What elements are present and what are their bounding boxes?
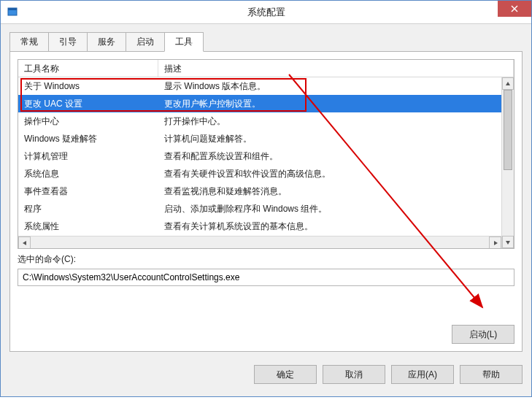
list-item-name: 操作中心	[24, 115, 164, 128]
vscroll-track[interactable]	[502, 90, 514, 236]
list-item-desc: 打开操作中心。	[164, 115, 514, 128]
col-description[interactable]: 描述	[158, 60, 514, 77]
list-item[interactable]: 系统信息查看有关硬件设置和软件设置的高级信息。	[18, 165, 514, 182]
list-item[interactable]: 程序启动、添加或删除程序和 Windows 组件。	[18, 200, 514, 218]
list-header: 工具名称 描述	[18, 60, 514, 77]
scroll-down-icon[interactable]	[502, 236, 514, 248]
list-item-desc: 查看和配置系统设置和组件。	[164, 150, 514, 163]
list-item-name: 系统信息	[24, 168, 164, 180]
window-title: 系统配置	[1, 6, 531, 19]
tab-strip: 常规 引导 服务 启动 工具	[1, 24, 531, 51]
list-item-name: 系统属性	[24, 220, 164, 233]
list-item[interactable]: 关于 Windows显示 Windows 版本信息。	[18, 77, 514, 95]
col-tool-name[interactable]: 工具名称	[18, 60, 158, 77]
tab-general[interactable]: 常规	[9, 32, 49, 52]
list-item[interactable]: 更改 UAC 设置更改用户帐户控制设置。	[18, 95, 514, 112]
launch-button[interactable]: 启动(L)	[452, 325, 514, 344]
ok-button[interactable]: 确定	[254, 365, 317, 384]
list-body: 关于 Windows显示 Windows 版本信息。更改 UAC 设置更改用户帐…	[18, 77, 514, 235]
vertical-scrollbar[interactable]	[501, 77, 514, 248]
titlebar: 系统配置	[1, 1, 531, 24]
horizontal-scrollbar[interactable]	[18, 236, 501, 248]
tab-services[interactable]: 服务	[87, 32, 126, 52]
svg-marker-7	[494, 241, 498, 245]
list-item-desc: 查看监视消息和疑难解答消息。	[164, 185, 514, 198]
tab-tools[interactable]: 工具	[164, 32, 204, 52]
tab-panel-tools: 工具名称 描述 关于 Windows显示 Windows 版本信息。更改 UAC…	[9, 51, 523, 352]
list-item-name: 程序	[24, 203, 164, 215]
vscroll-thumb[interactable]	[504, 90, 512, 170]
selected-command-label: 选中的命令(C):	[18, 253, 514, 266]
scroll-up-icon[interactable]	[502, 77, 514, 90]
list-item[interactable]: 系统属性查看有关计算机系统设置的基本信息。	[18, 218, 514, 235]
list-item-name: 事件查看器	[24, 185, 164, 198]
tab-startup[interactable]: 启动	[126, 32, 165, 52]
list-item-desc: 查看有关计算机系统设置的基本信息。	[164, 220, 514, 233]
svg-marker-5	[506, 241, 510, 245]
close-button[interactable]	[498, 1, 531, 17]
tab-boot[interactable]: 引导	[48, 32, 88, 52]
help-button[interactable]: 帮助	[460, 365, 523, 384]
list-item-name: 更改 UAC 设置	[24, 98, 164, 110]
list-item[interactable]: Windows 疑难解答计算机问题疑难解答。	[18, 130, 514, 147]
list-item-name: Windows 疑难解答	[24, 133, 164, 145]
cancel-button[interactable]: 取消	[323, 365, 385, 384]
svg-marker-4	[506, 82, 510, 85]
svg-marker-6	[23, 241, 26, 245]
dialog-button-row: 确定 取消 应用(A) 帮助	[1, 359, 531, 384]
list-item[interactable]: 事件查看器查看监视消息和疑难解答消息。	[18, 182, 514, 200]
svg-rect-1	[8, 8, 17, 10]
list-item[interactable]: 操作中心打开操作中心。	[18, 112, 514, 130]
app-icon	[7, 7, 18, 18]
list-item-desc: 显示 Windows 版本信息。	[164, 80, 514, 93]
system-config-window: 系统配置 常规 引导 服务 启动 工具 工具名称 描述 关于 Windows显示…	[0, 0, 532, 397]
selected-command-input[interactable]	[18, 269, 514, 286]
scroll-right-icon[interactable]	[489, 236, 501, 249]
apply-button[interactable]: 应用(A)	[391, 365, 454, 384]
list-item-desc: 查看有关硬件设置和软件设置的高级信息。	[164, 168, 514, 180]
list-item-name: 关于 Windows	[24, 80, 164, 93]
scroll-left-icon[interactable]	[18, 236, 31, 249]
list-item-desc: 计算机问题疑难解答。	[164, 133, 514, 145]
list-item-desc: 更改用户帐户控制设置。	[164, 98, 514, 110]
tools-list[interactable]: 工具名称 描述 关于 Windows显示 Windows 版本信息。更改 UAC…	[18, 59, 514, 249]
list-item-name: 计算机管理	[24, 150, 164, 163]
list-item[interactable]: 计算机管理查看和配置系统设置和组件。	[18, 147, 514, 165]
hscroll-track[interactable]	[31, 236, 489, 248]
list-item-desc: 启动、添加或删除程序和 Windows 组件。	[164, 203, 514, 215]
